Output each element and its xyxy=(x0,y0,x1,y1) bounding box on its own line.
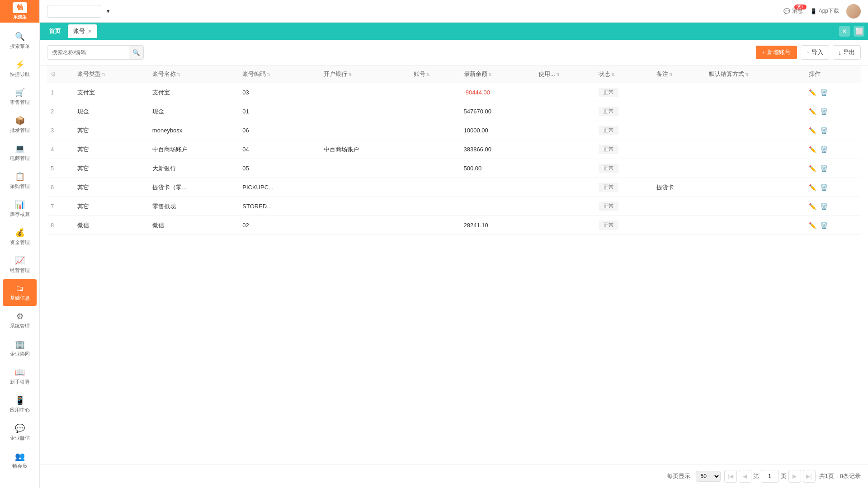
import-button[interactable]: ↑ 导入 xyxy=(801,45,829,60)
edit-icon[interactable]: ✏️ xyxy=(809,203,816,210)
sidebar-icon-purchase: 📋 xyxy=(15,172,25,182)
edit-icon[interactable]: ✏️ xyxy=(809,184,816,191)
next-page-button[interactable]: ▶ xyxy=(788,470,801,483)
row-type: 其它 xyxy=(74,140,148,159)
sidebar-item-member[interactable]: 👥 畅会员 xyxy=(3,447,37,474)
tab-account[interactable]: 账号✕ xyxy=(68,24,97,38)
edit-icon[interactable]: ✏️ xyxy=(809,165,816,172)
sidebar-label-operations: 经营管理 xyxy=(10,267,30,274)
delete-icon[interactable]: 🗑️ xyxy=(820,165,828,172)
prev-page-button[interactable]: ◀ xyxy=(739,470,751,483)
edit-icon[interactable]: ✏️ xyxy=(809,89,816,96)
edit-icon[interactable]: ✏️ xyxy=(809,108,816,115)
row-account xyxy=(410,197,460,216)
tab-close-account[interactable]: ✕ xyxy=(88,29,92,34)
sidebar-item-inventory[interactable]: 📊 库存核算 xyxy=(3,195,37,222)
col-balance[interactable]: 最新余额⇅ xyxy=(460,66,535,83)
row-code: 03 xyxy=(239,83,320,102)
edit-icon[interactable]: ✏️ xyxy=(809,146,816,153)
sidebar-item-guide[interactable]: 📖 新手引导 xyxy=(3,363,37,390)
delete-icon[interactable]: 🗑️ xyxy=(820,222,828,229)
row-no: 7 xyxy=(47,197,74,216)
col-code[interactable]: 账号编码⇅ xyxy=(239,66,320,83)
sidebar-icon-enterprise: 🏢 xyxy=(15,339,25,349)
add-account-button[interactable]: + 新增账号 xyxy=(756,46,797,59)
col-bank[interactable]: 开户银行⇅ xyxy=(320,66,410,83)
row-status: 正常 xyxy=(595,216,652,235)
first-page-button[interactable]: |◀ xyxy=(724,470,737,483)
sidebar-icon-search: 🔍 xyxy=(15,32,25,42)
row-account xyxy=(410,159,460,178)
user-avatar[interactable] xyxy=(846,4,861,19)
row-bank xyxy=(320,121,410,140)
col-name[interactable]: 账号名称⇅ xyxy=(149,66,239,83)
app-download-button[interactable]: 📱 App下载 xyxy=(810,7,839,15)
sidebar-item-operations[interactable]: 📈 经营管理 xyxy=(3,251,37,278)
sidebar-item-ecommerce[interactable]: 💻 电商管理 xyxy=(3,139,37,166)
col-status[interactable]: 状态⇅ xyxy=(595,66,652,83)
tab-home[interactable]: 首页 xyxy=(43,24,66,38)
col-account[interactable]: 账号⇅ xyxy=(410,66,460,83)
sidebar-item-quick-nav[interactable]: ⚡ 快捷导航 xyxy=(3,55,37,82)
export-button[interactable]: ↓ 导出 xyxy=(833,45,861,60)
row-no: 5 xyxy=(47,159,74,178)
col-remark[interactable]: 备注⇅ xyxy=(653,66,706,83)
row-type: 其它 xyxy=(74,121,148,140)
sidebar-item-search[interactable]: 🔍 搜索菜单 xyxy=(3,27,37,54)
sidebar-icon-wechat: 💬 xyxy=(15,423,25,433)
topbar: ▾ 💬 消息 99+ 📱 App下载 xyxy=(40,0,868,23)
sidebar-icon-app-center: 📱 xyxy=(15,395,25,405)
sidebar-item-retail[interactable]: 🛒 零售管理 xyxy=(3,83,37,110)
delete-icon[interactable]: 🗑️ xyxy=(820,184,828,191)
sidebar-icon-finance: 💰 xyxy=(15,228,25,238)
col-usage-label: 使用... xyxy=(538,70,555,77)
toolbar: 🔍 + 新增账号 ↑ 导入 ↓ 导出 xyxy=(40,40,868,66)
edit-icon[interactable]: ✏️ xyxy=(809,222,816,229)
sidebar-item-finance[interactable]: 💰 资金管理 xyxy=(3,223,37,250)
last-page-button[interactable]: ▶| xyxy=(803,470,816,483)
sidebar-item-wechat[interactable]: 💬 企业微信 xyxy=(3,419,37,446)
delete-icon[interactable]: 🗑️ xyxy=(820,89,828,96)
row-remark: 提货卡 xyxy=(653,178,706,197)
table-row: 6 其它 提货卡（零... PICKUPC... 正常 提货卡 ✏️ 🗑️ xyxy=(47,178,861,197)
edit-icon[interactable]: ✏️ xyxy=(809,127,816,134)
topbar-dropdown[interactable]: ▾ xyxy=(107,8,110,14)
row-payment xyxy=(705,83,805,102)
delete-icon[interactable]: 🗑️ xyxy=(820,146,828,153)
delete-icon[interactable]: 🗑️ xyxy=(820,108,828,115)
close-tab-button[interactable]: ✕ xyxy=(839,26,850,37)
per-page-select[interactable]: 102050100 xyxy=(696,471,721,482)
sidebar-item-system[interactable]: ⚙ 系统管理 xyxy=(3,307,37,334)
page-number-input[interactable] xyxy=(761,470,779,483)
sidebar-icon-guide: 📖 xyxy=(15,367,25,377)
sidebar-item-app-center[interactable]: 📱 应用中心 xyxy=(3,391,37,418)
row-payment xyxy=(705,159,805,178)
sidebar-label-wechat: 企业微信 xyxy=(10,435,30,441)
pagination: 每页显示 102050100 |◀ ◀ 第 页 ▶ ▶| 共1页，8条记录 xyxy=(40,464,868,488)
sidebar-item-wholesale[interactable]: 📦 批发管理 xyxy=(3,111,37,138)
search-input[interactable] xyxy=(47,46,129,59)
message-button[interactable]: 💬 消息 99+ xyxy=(783,7,803,15)
row-account xyxy=(410,83,460,102)
col-payment[interactable]: 默认结算方式⇅ xyxy=(705,66,805,83)
col-settings[interactable]: ⚙ xyxy=(47,66,74,83)
row-name: 支付宝 xyxy=(149,83,239,102)
row-remark xyxy=(653,140,706,159)
sidebar-label-quick-nav: 快捷导航 xyxy=(10,71,30,78)
export-icon: ↓ xyxy=(839,49,842,56)
delete-icon[interactable]: 🗑️ xyxy=(820,127,828,134)
col-usage[interactable]: 使用...⇅ xyxy=(535,66,595,83)
sidebar-label-inventory: 库存核算 xyxy=(10,211,30,218)
sort-icon-bank: ⇅ xyxy=(348,72,352,77)
row-no: 1 xyxy=(47,83,74,102)
sidebar-item-enterprise[interactable]: 🏢 企业协同 xyxy=(3,335,37,362)
maximize-tab-button[interactable]: ⬜ xyxy=(854,26,864,37)
row-remark xyxy=(653,216,706,235)
col-type[interactable]: 账号类型⇅ xyxy=(74,66,148,83)
search-button[interactable]: 🔍 xyxy=(129,46,143,59)
topbar-search-input[interactable] xyxy=(47,5,101,18)
sidebar-item-purchase[interactable]: 📋 采购管理 xyxy=(3,167,37,194)
delete-icon[interactable]: 🗑️ xyxy=(820,203,828,210)
sidebar-item-basic[interactable]: 🗂 基础信息 xyxy=(3,279,37,306)
table-row: 4 其它 中百商场账户 04 中百商场账户 383866.00 正常 ✏️ 🗑️ xyxy=(47,140,861,159)
